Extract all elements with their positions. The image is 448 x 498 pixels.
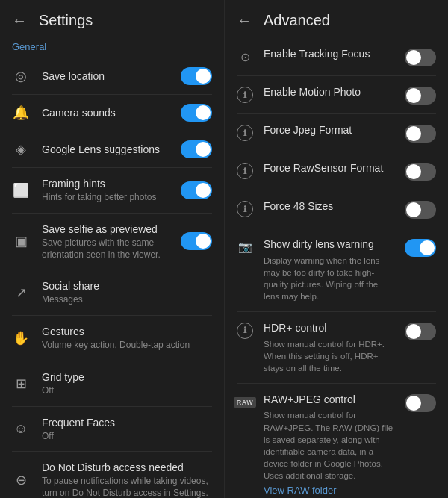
left-setting-item-save-selfie[interactable]: ▣ Save selfie as previewed Save pictures… (0, 214, 224, 270)
icon-social-share: ↗ (12, 284, 30, 302)
toggle-force-48[interactable] (405, 201, 436, 219)
right-setting-item-motion-photo[interactable]: ℹ Enable Motion Photo (225, 76, 448, 113)
toggle-raw-jpeg[interactable] (405, 394, 436, 412)
right-setting-item-tracking-focus[interactable]: ⊙ Enable Tracking Focus (225, 38, 448, 75)
icon-force-48: ℹ (237, 201, 253, 217)
icon-gestures: ✋ (12, 329, 30, 347)
icon-framing-hints: ⬜ (12, 181, 30, 199)
icon-force-raw: ℹ (237, 163, 253, 179)
name-dirty-lens: Show dirty lens warning (264, 237, 394, 252)
icon-save-selfie: ▣ (12, 232, 30, 250)
name-google-lens: Google Lens suggestions (42, 143, 169, 156)
right-panel: ← Advanced ⊙ Enable Tracking Focus ℹ Ena… (224, 0, 448, 498)
name-save-location: Save location (42, 69, 169, 83)
left-setting-item-dnd-access[interactable]: ⊖ Do Not Disturb access needed To pause … (0, 452, 224, 498)
name-save-selfie: Save selfie as previewed (42, 222, 169, 236)
icon-motion-photo: ℹ (237, 87, 253, 103)
sub-dnd-access: To pause notifications while taking vide… (42, 476, 212, 498)
right-panel-title: Advanced (264, 12, 330, 29)
right-header: ← Advanced (225, 0, 448, 38)
toggle-tracking-focus[interactable] (405, 49, 436, 66)
name-frequent-faces: Frequent Faces (42, 416, 212, 429)
icon-save-location: ◎ (12, 67, 30, 85)
right-setting-item-dirty-lens[interactable]: 📷 Show dirty lens warning Display warnin… (225, 228, 448, 311)
left-setting-item-save-location[interactable]: ◎ Save location (0, 58, 224, 94)
left-setting-item-frequent-faces[interactable]: ☺ Frequent Faces Off (0, 407, 224, 452)
icon-camera-sounds: 🔔 (12, 104, 30, 122)
icon-dnd-access: ⊖ (12, 471, 30, 489)
left-panel-title: Settings (39, 12, 93, 29)
toggle-dirty-lens[interactable] (405, 239, 436, 257)
left-setting-item-google-lens[interactable]: ◈ Google Lens suggestions (0, 131, 224, 167)
sub-framing-hints: Hints for taking better photos (42, 192, 169, 204)
left-back-icon[interactable]: ← (12, 12, 27, 29)
toggle-force-raw[interactable] (405, 163, 436, 181)
name-motion-photo: Enable Motion Photo (264, 85, 394, 100)
right-setting-item-force-48[interactable]: ℹ Force 48 Sizes (225, 190, 448, 228)
icon-hdr-control: ℹ (237, 323, 253, 339)
name-social-share: Social share (42, 279, 212, 293)
name-grid-type: Grid type (42, 370, 212, 384)
sub-gestures: Volume key action, Double-tap action (42, 340, 212, 352)
sub-frequent-faces: Off (42, 431, 212, 443)
icon-force-jpeg: ℹ (237, 125, 253, 141)
toggle-save-location[interactable] (181, 67, 212, 85)
icon-google-lens: ◈ (12, 140, 30, 158)
name-tracking-focus: Enable Tracking Focus (264, 47, 394, 62)
right-setting-item-force-jpeg[interactable]: ℹ Force Jpeg Format (225, 114, 448, 152)
right-setting-item-raw-jpeg[interactable]: RAW RAW+JPEG control Show manual control… (225, 384, 448, 498)
raw-badge: RAW (234, 397, 257, 408)
name-gestures: Gestures (42, 325, 212, 338)
icon-tracking-focus: ⊙ (237, 49, 253, 65)
toggle-save-selfie[interactable] (181, 232, 212, 250)
left-setting-item-camera-sounds[interactable]: 🔔 Camera sounds (0, 95, 224, 131)
sub-hdr-control: Show manual control for HDR+. When this … (264, 338, 394, 374)
name-force-48: Force 48 Sizes (264, 199, 394, 214)
link-raw-jpeg[interactable]: View RAW folder (264, 482, 394, 498)
sub-grid-type: Off (42, 385, 212, 397)
sub-dirty-lens: Display warning when the lens may be too… (264, 255, 394, 302)
left-setting-item-framing-hints[interactable]: ⬜ Framing hints Hints for taking better … (0, 168, 224, 213)
sub-raw-jpeg: Show manual control for RAW+JPEG. The RA… (264, 409, 394, 482)
name-hdr-control: HDR+ control (264, 321, 394, 336)
left-setting-item-social-share[interactable]: ↗ Social share Messages (0, 270, 224, 315)
toggle-hdr-control[interactable] (405, 323, 436, 340)
name-framing-hints: Framing hints (42, 177, 169, 190)
name-force-raw: Force RawSensor Format (264, 161, 394, 176)
toggle-force-jpeg[interactable] (405, 125, 436, 143)
icon-dirty-lens: 📷 (237, 239, 253, 255)
left-panel: ← Settings General ◎ Save location 🔔 Cam… (0, 0, 224, 498)
left-setting-item-grid-type[interactable]: ⊞ Grid type Off (0, 361, 224, 406)
name-raw-jpeg: RAW+JPEG control (264, 393, 394, 408)
toggle-google-lens[interactable] (181, 140, 212, 158)
toggle-framing-hints[interactable] (181, 181, 212, 199)
left-header: ← Settings (0, 0, 224, 38)
right-setting-item-force-raw[interactable]: ℹ Force RawSensor Format (225, 152, 448, 190)
name-force-jpeg: Force Jpeg Format (264, 123, 394, 138)
toggle-motion-photo[interactable] (405, 87, 436, 105)
sub-save-selfie: Save pictures with the same orientation … (42, 237, 169, 261)
icon-raw-jpeg: RAW (237, 394, 253, 411)
right-back-icon[interactable]: ← (237, 12, 252, 29)
right-setting-item-hdr-control[interactable]: ℹ HDR+ control Show manual control for H… (225, 312, 448, 383)
name-camera-sounds: Camera sounds (42, 106, 169, 119)
sub-social-share: Messages (42, 294, 212, 306)
toggle-camera-sounds[interactable] (181, 104, 212, 122)
left-setting-item-gestures[interactable]: ✋ Gestures Volume key action, Double-tap… (0, 316, 224, 361)
icon-frequent-faces: ☺ (12, 420, 30, 438)
section-general-label: General (0, 38, 224, 58)
name-dnd-access: Do Not Disturb access needed (42, 461, 212, 474)
icon-grid-type: ⊞ (12, 375, 30, 393)
